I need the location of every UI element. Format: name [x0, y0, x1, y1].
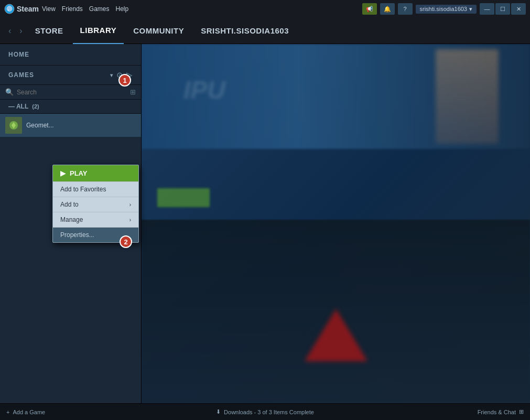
titlebar-menus: View Friends Games Help [42, 5, 128, 13]
search-icon: 🔍 [5, 88, 14, 96]
main-layout: HOME GAMES ▾ ⊙ ▷ 🔍 ⊞ — ALL (2) [0, 44, 530, 403]
nav-username[interactable]: SRISHTI.SISODIA1603 [193, 18, 296, 44]
context-menu: ▶ PLAY Add to Favorites Add to › Manage … [52, 165, 139, 243]
add-game-button[interactable]: + Add a Game [6, 409, 45, 415]
game-list-item[interactable]: Geomet... [0, 114, 141, 137]
nav-community[interactable]: COMMUNITY [126, 18, 191, 44]
downloads-status: ⬇ Downloads - 3 of 3 Items Complete [216, 408, 314, 415]
navbar: ‹ › STORE LIBRARY COMMUNITY SRISHTI.SISO… [0, 18, 530, 44]
app-name: Steam [17, 5, 39, 13]
downloads-label: Downloads - 3 of 3 Items Complete [224, 409, 314, 415]
sidebar: HOME GAMES ▾ ⊙ ▷ 🔍 ⊞ — ALL (2) [0, 44, 142, 403]
sidebar-all-label: — ALL (2) [0, 100, 141, 114]
minimize-button[interactable]: — [480, 3, 494, 15]
downloads-icon: ⬇ [216, 408, 221, 415]
context-play-button[interactable]: ▶ PLAY [53, 165, 138, 181]
game-name: Geomet... [26, 122, 54, 129]
help-button[interactable]: ? [398, 3, 413, 15]
add-game-label: Add a Game [13, 409, 45, 415]
sidebar-home[interactable]: HOME [0, 44, 141, 65]
forward-button[interactable]: › [16, 24, 25, 38]
window-controls: — ☐ ✕ [480, 3, 526, 15]
friends-chat-button[interactable]: Friends & Chat ⊞ [478, 408, 524, 415]
menu-help[interactable]: Help [116, 5, 129, 13]
titlebar-right: 📢 🔔 ? srishti.sisodia1603 ▾ — ☐ ✕ [362, 3, 526, 15]
sidebar-search: 🔍 ⊞ [0, 85, 141, 100]
maximize-button[interactable]: ☐ [495, 3, 510, 15]
close-button[interactable]: ✕ [511, 3, 526, 15]
game-header-character [436, 49, 499, 144]
add-game-icon: + [6, 409, 9, 415]
annotation-2: 2 [120, 235, 132, 248]
context-add-favorites[interactable]: Add to Favorites [53, 181, 138, 197]
manage-chevron-icon: › [129, 217, 131, 223]
context-manage[interactable]: Manage › [53, 212, 138, 227]
annotation-1: 1 [118, 74, 131, 87]
search-input[interactable] [17, 89, 127, 96]
notification-button[interactable]: 🔔 [380, 3, 395, 15]
game-header-logo: IPU [183, 76, 225, 104]
titlebar: Steam View Friends Games Help 📢 🔔 ? sris… [0, 0, 530, 18]
nav-store[interactable]: STORE [28, 18, 71, 44]
content-lower [142, 178, 530, 403]
user-dropdown-icon: ▾ [469, 6, 472, 13]
broadcast-button[interactable]: 📢 [362, 3, 377, 15]
steam-logo[interactable]: Steam [4, 4, 39, 14]
play-label: PLAY [70, 169, 87, 177]
back-button[interactable]: ‹ [5, 24, 14, 38]
play-icon: ▶ [60, 169, 66, 177]
statusbar: + Add a Game ⬇ Downloads - 3 of 3 Items … [0, 403, 530, 420]
content-area: IPU [142, 44, 530, 403]
nav-library[interactable]: LIBRARY [73, 18, 124, 44]
games-chevron-icon: ▾ [110, 72, 113, 78]
add-to-chevron-icon: › [129, 202, 131, 208]
play-button-area [157, 188, 210, 207]
games-label: GAMES [8, 71, 110, 79]
menu-view[interactable]: View [42, 5, 56, 13]
friends-icon: ⊞ [519, 408, 524, 415]
username-label: srishti.sisodia1603 [420, 6, 468, 12]
context-add-to[interactable]: Add to › [53, 197, 138, 212]
filter-icon[interactable]: ⊞ [130, 88, 136, 96]
friends-label: Friends & Chat [478, 409, 516, 415]
menu-games[interactable]: Games [89, 5, 110, 13]
game-avatar [5, 117, 22, 134]
menu-friends[interactable]: Friends [62, 5, 83, 13]
user-badge[interactable]: srishti.sisodia1603 ▾ [416, 5, 477, 14]
red-triangle-graphic [305, 309, 367, 361]
